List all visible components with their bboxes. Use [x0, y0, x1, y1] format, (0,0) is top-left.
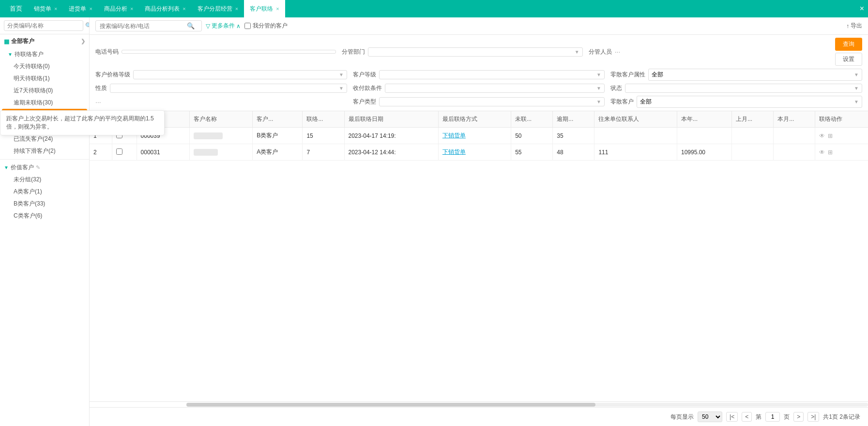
row2-eye-icon[interactable]: 👁	[819, 149, 825, 156]
sidebar-a-class[interactable]: A类客户(1)	[0, 186, 89, 198]
sidebar-keep-declining[interactable]: 持续下滑客户(2)	[0, 145, 89, 157]
col-customer-type[interactable]: 客户...	[253, 111, 303, 128]
gender-select[interactable]: ▼	[110, 84, 347, 93]
top-nav: 首页 销货单 × 进货单 × 商品分析 × 商品分析列表 × 客户分层经营 × …	[0, 0, 868, 17]
customer-type-select[interactable]: ▼	[379, 97, 605, 106]
page-label-suffix: 页	[784, 413, 790, 421]
row2-grid-icon[interactable]: ⊞	[828, 149, 833, 156]
last-page-btn[interactable]: >|	[807, 412, 819, 422]
prev-page-btn[interactable]: <	[742, 412, 752, 422]
row1-customer-type: B类客户	[253, 128, 303, 144]
nav-customer-contact[interactable]: 客户联络 ×	[244, 0, 285, 17]
pending-contact-label: 待联络客户	[15, 50, 44, 59]
sidebar-b-class[interactable]: B类客户(33)	[0, 198, 89, 210]
col-overdue[interactable]: 逾期...	[553, 111, 594, 128]
sidebar-7day-contact[interactable]: 近7天待联络(0)	[0, 85, 89, 97]
value-customers-group[interactable]: ▼ 价值客户 ✎	[0, 162, 89, 174]
per-page-select[interactable]: 50 100 200	[698, 411, 722, 422]
retail-attr-select[interactable]: 全部 ▼	[648, 69, 862, 81]
row1-eye-icon[interactable]: 👁	[819, 132, 825, 139]
col-unlisted[interactable]: 未联...	[511, 111, 553, 128]
nav-close-product-list[interactable]: ×	[183, 6, 185, 12]
sidebar-search-input[interactable]	[4, 20, 83, 31]
phone-input[interactable]	[122, 50, 336, 54]
col-this-month[interactable]: 本月...	[774, 111, 815, 128]
page-number-input[interactable]	[765, 412, 780, 422]
scrollbar-track	[186, 403, 868, 407]
search-input[interactable]	[100, 23, 187, 29]
manager-dots[interactable]: ···	[615, 48, 621, 56]
col-contact-count[interactable]: 联络...	[303, 111, 344, 128]
nav-customer-tier[interactable]: 客户分层经营 ×	[192, 0, 244, 17]
filter-manager: 分管人员 ···	[589, 48, 829, 56]
row1-grid-icon[interactable]: ⊞	[828, 132, 833, 139]
nav-close-customer-tier[interactable]: ×	[235, 6, 238, 12]
customer-grade-label: 客户等级	[353, 71, 376, 79]
nav-sales[interactable]: 销货单 ×	[28, 0, 63, 17]
horizontal-scrollbar[interactable]	[90, 401, 868, 407]
sidebar-ungroup[interactable]: 未分组(32)	[0, 174, 89, 186]
row2-last-method[interactable]: 下销货单	[438, 144, 511, 161]
nav-close-purchase[interactable]: ×	[89, 6, 92, 12]
row1-action[interactable]: 👁 ⊞	[815, 128, 868, 144]
edit-value-customers-icon[interactable]: ✎	[36, 164, 40, 171]
nav-product-analysis-list[interactable]: 商品分析列表 ×	[139, 0, 191, 17]
col-name[interactable]: 客户名称	[190, 111, 253, 128]
row2-last-month	[732, 144, 774, 161]
table-row: 1 000039 B类客户 15 2023-04-17 14:19: 下销货单 …	[90, 128, 868, 144]
export-button[interactable]: ↑ 导出	[846, 22, 862, 30]
sidebar-collapse-btn[interactable]: ❯	[81, 38, 85, 44]
window-close-button[interactable]: ×	[860, 4, 864, 13]
payment-select[interactable]: ▼	[385, 84, 605, 93]
retail-customer-select[interactable]: 全部 ▼	[637, 96, 862, 108]
sidebar-c-class[interactable]: C类客户(6)	[0, 210, 89, 222]
row1-last-method[interactable]: 下销货单	[438, 128, 511, 144]
filter-phone: 电话号码	[95, 48, 336, 56]
nav-close-customer-contact[interactable]: ×	[276, 6, 279, 12]
sidebar-overdue-contact[interactable]: 逾期未联络(30)	[0, 97, 89, 109]
filter-row-3: 性质 ▼ 收付款条件 ▼ 状态 ▼	[95, 84, 862, 93]
query-button[interactable]: 查询	[835, 38, 862, 51]
row2-last-date: 2023-04-12 14:44:	[344, 144, 438, 161]
first-page-btn[interactable]: |<	[726, 412, 738, 422]
sidebar-today-contact[interactable]: 今天待联络(0)	[0, 60, 89, 73]
col-contact-person[interactable]: 往来单位联系人	[594, 111, 677, 128]
search-box: 🔍	[95, 20, 202, 31]
dept-select[interactable]: ▼	[368, 47, 582, 57]
pending-contact-group[interactable]: ▼ 待联络客户	[0, 48, 89, 60]
my-customers-checkbox[interactable]	[244, 23, 251, 29]
row2-this-month	[774, 144, 815, 161]
more-filter-dots[interactable]: ···	[95, 98, 101, 106]
nav-home[interactable]: 首页	[4, 0, 28, 17]
nav-close-sales[interactable]: ×	[54, 6, 57, 12]
status-select[interactable]: ▼	[625, 84, 862, 93]
more-conditions-btn[interactable]: ▽ 更多条件 ∧	[206, 22, 241, 30]
search-icon[interactable]: 🔍	[187, 22, 195, 29]
all-customers-header[interactable]: ▦ 全部客户 ❯	[0, 34, 89, 48]
col-last-contact-method[interactable]: 最后联络方式	[438, 111, 511, 128]
next-page-btn[interactable]: >	[793, 412, 804, 422]
payment-label: 收付款条件	[353, 84, 382, 92]
nav-product-analysis[interactable]: 商品分析 ×	[98, 0, 139, 17]
filter-status: 状态 ▼	[610, 84, 862, 93]
col-last-contact-date[interactable]: 最后联络日期	[344, 111, 438, 128]
filter-dept: 分管部门 ▼	[342, 47, 582, 57]
row2-checkbox[interactable]	[112, 144, 137, 161]
row1-name[interactable]	[190, 128, 253, 144]
col-last-month[interactable]: 上月...	[732, 111, 774, 128]
tooltip-box: 距客户上次交易时长，超过了此客户的平均交易周期的1.5倍，则视为异常。	[90, 110, 165, 135]
sidebar-search-icon[interactable]: 🔍	[85, 22, 90, 29]
row2-action[interactable]: 👁 ⊞	[815, 144, 868, 161]
nav-purchase[interactable]: 进货单 ×	[63, 0, 98, 17]
row2-name[interactable]	[190, 144, 253, 161]
nav-close-product-analysis[interactable]: ×	[130, 6, 133, 12]
settings-button[interactable]: 设置	[835, 53, 862, 66]
customer-grade-select[interactable]: ▼	[379, 70, 605, 79]
sidebar-tomorrow-contact[interactable]: 明天待联络(1)	[0, 73, 89, 85]
col-this-year[interactable]: 本年...	[677, 111, 731, 128]
row2-contact-person: 111	[594, 144, 677, 161]
scrollbar-thumb[interactable]	[186, 403, 595, 407]
row1-last-date: 2023-04-17 14:19:	[344, 128, 438, 144]
my-customers-filter[interactable]: 我分管的客户	[244, 22, 288, 30]
price-grade-select[interactable]: ▼	[133, 70, 347, 79]
